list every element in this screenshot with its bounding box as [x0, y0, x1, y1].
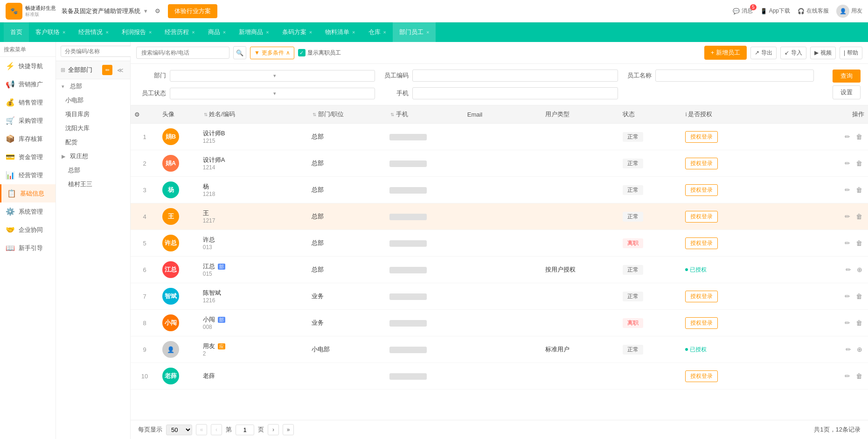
edit-button[interactable]: ✏: [844, 345, 853, 354]
user-area[interactable]: 👤 用友: [836, 5, 862, 18]
close-icon[interactable]: ×: [352, 29, 355, 35]
tab-add-goods[interactable]: 新增商品 ×: [232, 22, 275, 42]
delete-button[interactable]: 🗑: [854, 185, 864, 195]
copy-button[interactable]: ⊕: [855, 345, 864, 354]
sidebar-item-collab[interactable]: 🤝 企业协同: [0, 221, 56, 239]
export-button[interactable]: ↗ 导出: [750, 47, 777, 59]
filter-search-button[interactable]: 🔍: [233, 46, 246, 59]
reset-button[interactable]: 设置: [833, 85, 861, 99]
empcode-filter-input[interactable]: [412, 70, 618, 82]
per-page-select[interactable]: 50 100 200: [166, 425, 192, 435]
delete-button[interactable]: 🗑: [854, 212, 864, 221]
tab-home[interactable]: 首页: [4, 22, 29, 42]
auth-button[interactable]: 授权登录: [685, 131, 718, 143]
edit-button[interactable]: ✏: [843, 318, 852, 328]
auth-button[interactable]: 授权登录: [685, 184, 718, 196]
empstatus-filter-select[interactable]: ▾: [170, 88, 375, 99]
page-input[interactable]: [236, 425, 254, 435]
edit-button[interactable]: ✏: [844, 265, 853, 274]
sidebar-item-purchase[interactable]: 🛒 采购管理: [0, 111, 56, 130]
settings-icon[interactable]: ⚙: [134, 111, 140, 118]
delete-button[interactable]: 🗑: [854, 132, 864, 141]
auth-button[interactable]: 授权登录: [685, 291, 718, 302]
online-service-button[interactable]: 🎧 在线客服: [798, 7, 829, 15]
first-page-button[interactable]: «: [196, 424, 207, 435]
tree-collapse-button[interactable]: ≪: [115, 65, 125, 75]
sidebar-item-inventory[interactable]: 📦 库存核算: [0, 130, 56, 148]
edit-button[interactable]: ✏: [843, 212, 852, 221]
dept-filter-select[interactable]: ▾: [170, 70, 375, 82]
auth-button[interactable]: 授权登录: [685, 158, 718, 169]
sidebar-item-business[interactable]: 📊 经营管理: [0, 166, 56, 184]
video-button[interactable]: ▶ 视频: [810, 47, 836, 59]
tree-node-zhicun[interactable]: 植村王三: [56, 177, 130, 191]
delete-button[interactable]: 🗑: [854, 238, 864, 248]
app-download-button[interactable]: 📱 App下载: [760, 7, 790, 15]
edit-button[interactable]: ✏: [843, 159, 852, 168]
edit-button[interactable]: ✏: [843, 238, 852, 248]
close-icon[interactable]: ×: [383, 29, 386, 35]
sidebar-item-guide[interactable]: 📖 新手引导: [0, 239, 56, 257]
delete-button[interactable]: 🗑: [854, 292, 864, 301]
tab-bom[interactable]: 物料清单 ×: [319, 22, 361, 42]
edit-button[interactable]: ✏: [843, 185, 852, 195]
auth-button[interactable]: 授权登录: [685, 211, 718, 223]
tab-operation[interactable]: 经营情况 ×: [72, 22, 115, 42]
close-icon[interactable]: ×: [426, 29, 429, 35]
add-employee-button[interactable]: + 新增员工: [704, 46, 747, 60]
tab-customer[interactable]: 客户联络 ×: [29, 22, 72, 42]
tab-warehouse[interactable]: 仓库 ×: [362, 22, 393, 42]
edit-button[interactable]: ✏: [843, 371, 852, 381]
tab-history[interactable]: 经营历程 ×: [158, 22, 201, 42]
tree-node-xiangmu[interactable]: 项目库房: [56, 107, 130, 121]
tree-node-peihuo[interactable]: 配货: [56, 135, 130, 149]
next-page-button[interactable]: ›: [268, 424, 279, 435]
filter-search-input[interactable]: [136, 47, 229, 59]
help-button[interactable]: | 帮助: [840, 47, 862, 59]
dropdown-arrow-icon[interactable]: ▾: [144, 7, 147, 14]
settings-icon[interactable]: ⚙: [151, 5, 164, 18]
tree-edit-button[interactable]: ✏: [102, 65, 112, 75]
close-icon[interactable]: ×: [62, 29, 65, 35]
col-name-header[interactable]: ⇅ 姓名/编码: [199, 105, 308, 124]
tab-barcode[interactable]: 条码方案 ×: [276, 22, 319, 42]
sidebar-item-sales[interactable]: 💰 销售管理: [0, 93, 56, 111]
delete-button[interactable]: 🗑: [854, 159, 864, 168]
last-page-button[interactable]: »: [283, 424, 294, 435]
sidebar-item-system[interactable]: ⚙️ 系统管理: [0, 202, 56, 221]
empname-filter-input[interactable]: [655, 70, 814, 82]
sidebar-item-quicknav[interactable]: ⚡ 快捷导航: [0, 57, 56, 75]
sidebar-search-input[interactable]: [4, 46, 56, 53]
edit-button[interactable]: ✏: [843, 132, 852, 141]
tree-node-shuangzhuang[interactable]: ▶ 双庄想: [56, 149, 130, 163]
more-filter-button[interactable]: ▼ 更多条件 ∧: [250, 47, 294, 59]
phone-filter-input[interactable]: [412, 87, 618, 99]
tree-node-xiaodibu[interactable]: 小电部: [56, 93, 130, 107]
tree-node-zongbu[interactable]: 总部: [56, 163, 130, 177]
trial-button[interactable]: 体验行业方案: [168, 4, 217, 18]
close-icon[interactable]: ×: [149, 29, 152, 35]
close-icon[interactable]: ×: [105, 29, 108, 35]
auth-button[interactable]: 授权登录: [685, 370, 718, 382]
close-icon[interactable]: ×: [266, 29, 269, 35]
edit-button[interactable]: ✏: [843, 292, 852, 301]
query-button[interactable]: 查询: [833, 70, 861, 83]
close-icon[interactable]: ×: [192, 29, 194, 35]
auth-button[interactable]: 授权登录: [685, 237, 718, 249]
delete-button[interactable]: 🗑: [854, 318, 864, 328]
show-depart-checkbox[interactable]: ✓ 显示离职员工: [298, 49, 341, 57]
col-dept-header[interactable]: ⇅ 部门/职位: [308, 105, 386, 124]
tab-profit[interactable]: 利润报告 ×: [115, 22, 158, 42]
sidebar-item-marketing[interactable]: 📢 营销推广: [0, 75, 56, 93]
col-phone-header[interactable]: ⇅ 手机: [386, 105, 464, 124]
prev-page-button[interactable]: ‹: [211, 424, 222, 435]
tree-node-shenyang[interactable]: 沈阳大库: [56, 121, 130, 135]
auth-button[interactable]: 授权登录: [685, 317, 718, 329]
message-button[interactable]: 💬 消息 5: [733, 7, 753, 15]
copy-button[interactable]: ⊕: [855, 265, 864, 274]
tree-node-root[interactable]: ▾ 总部: [56, 79, 130, 93]
sidebar-item-basic[interactable]: 📋 基础信息: [0, 184, 56, 202]
close-icon[interactable]: ×: [309, 29, 312, 35]
import-button[interactable]: ↙ 导入: [780, 47, 806, 59]
close-icon[interactable]: ×: [223, 29, 226, 35]
